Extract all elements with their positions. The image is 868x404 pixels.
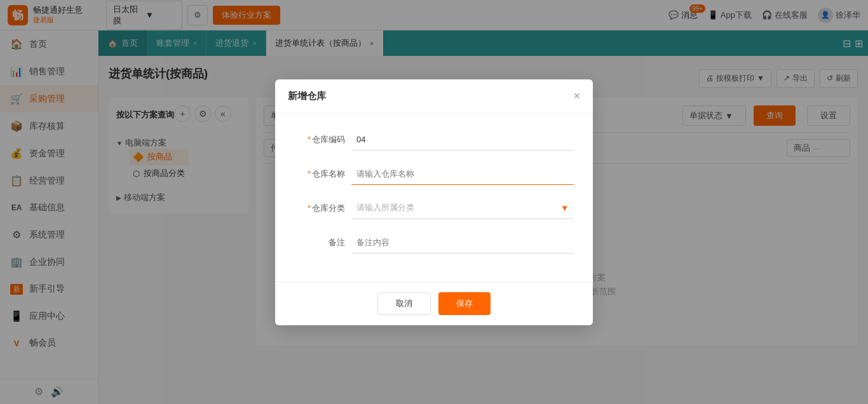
- category-label: 仓库分类: [294, 203, 345, 214]
- modal-close-button[interactable]: ×: [573, 90, 580, 103]
- form-row-name: 仓库名称: [294, 163, 574, 185]
- category-placeholder: 请输入所属分类: [356, 202, 414, 213]
- form-row-remark: 备注: [294, 232, 574, 253]
- form-row-category: 仓库分类 请输入所属分类 ▼: [294, 198, 574, 219]
- form-row-code: 仓库编码: [294, 129, 574, 151]
- code-input[interactable]: [351, 129, 574, 151]
- modal-header: 新增仓库 ×: [275, 79, 593, 114]
- modal-title: 新增仓库: [288, 90, 326, 102]
- modal-overlay[interactable]: 新增仓库 × 仓库编码 仓库名称 仓库分类 请输入所属分类 ▼: [0, 0, 868, 404]
- modal-body: 仓库编码 仓库名称 仓库分类 请输入所属分类 ▼ 备注: [275, 114, 593, 281]
- modal-footer: 取消 保存: [275, 281, 593, 325]
- cancel-button[interactable]: 取消: [377, 292, 431, 315]
- category-chevron-icon: ▼: [560, 203, 569, 213]
- remark-label: 备注: [294, 237, 345, 248]
- remark-input[interactable]: [351, 232, 574, 253]
- name-input[interactable]: [351, 163, 574, 185]
- code-label: 仓库编码: [294, 134, 345, 145]
- name-label: 仓库名称: [294, 168, 345, 180]
- modal-new-warehouse: 新增仓库 × 仓库编码 仓库名称 仓库分类 请输入所属分类 ▼: [275, 79, 593, 325]
- category-select[interactable]: 请输入所属分类 ▼: [351, 198, 574, 219]
- save-button[interactable]: 保存: [438, 292, 491, 315]
